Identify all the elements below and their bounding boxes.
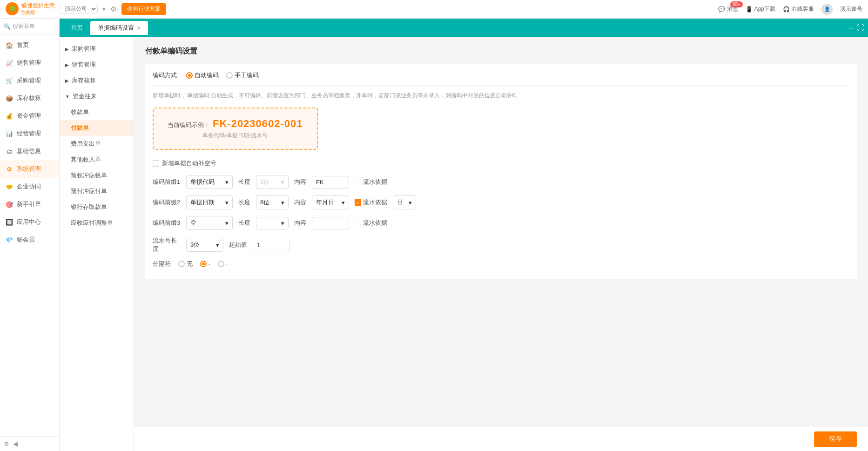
liushui-unit-2-value: 日 [397, 198, 403, 207]
tab-close-icon[interactable]: × [137, 24, 141, 32]
liushui-label-1: 流水依据 [363, 178, 387, 186]
sidebar-item-finance[interactable]: 💰 资金管理 [0, 107, 59, 125]
sub-item-feiyong[interactable]: 费用支出单 [60, 136, 134, 152]
sidebar-bottom: ⚙ ◀ [0, 436, 59, 451]
sidebar-item-member[interactable]: 💎 畅会员 [0, 231, 59, 249]
sidebar-item-guide[interactable]: 🎯 新手引导 [0, 195, 59, 213]
online-service-btn[interactable]: 🎧 在线客服 [783, 5, 814, 13]
sub-item-yuchong-ying[interactable]: 预收冲应收单 [60, 168, 134, 183]
sub-item-qita[interactable]: 其他收入单 [60, 152, 134, 168]
prefix-select-3[interactable]: 空 ▾ [186, 216, 233, 230]
sub-item-shoukuan[interactable]: 收款单 [60, 104, 134, 120]
encoding-type-row: 编码方式 自动编码 手工编码 [153, 71, 849, 86]
encoding-type-label: 编码方式 [153, 71, 177, 80]
length-select-2-value: 8位 [260, 198, 269, 207]
sub-item-yinhang-label: 银行存取款单 [71, 203, 107, 210]
code-preview-label: 当前编码示例： [168, 121, 210, 129]
sidebar-item-system[interactable]: ⚙ 系统管理 [0, 160, 59, 178]
prefix-select-2[interactable]: 单据日期 ▾ [186, 195, 233, 209]
sidebar-search[interactable]: 🔍 搜索菜单 [0, 19, 59, 34]
auto-fill-row: 新增单据自动补空号 [153, 159, 849, 168]
sep-hyphen-option[interactable]: · [218, 261, 228, 268]
top-bar-left: 🍀 畅捷通好生意 旗舰版 演示公司 ▾ ⚙ 体验行业方案 [6, 2, 166, 15]
system-icon: ⚙ [6, 165, 13, 173]
sidebar-label-operation: 经营管理 [17, 129, 41, 138]
settings-bottom-icon[interactable]: ⚙ [4, 440, 9, 447]
industry-btn[interactable]: 体验行业方案 [121, 3, 166, 15]
dropdown-icon[interactable]: ▾ [102, 6, 106, 13]
finance-icon: 💰 [6, 112, 13, 120]
tab-encoding[interactable]: 单据编码设置 × [90, 21, 148, 35]
sub-item-yinhang[interactable]: 银行存取款单 [60, 199, 134, 215]
sidebar-item-apps[interactable]: 🔲 应用中心 [0, 213, 59, 231]
length-select-1-arrow: ▾ [281, 179, 284, 186]
manual-encoding-option[interactable]: 手工编码 [226, 71, 259, 80]
group-inventory-header[interactable]: ▶ 库存核算 [60, 73, 134, 88]
content-label-3: 内容 [294, 219, 306, 227]
group-purchase-header[interactable]: ▶ 采购管理 [60, 41, 134, 57]
tab-bar-actions: – ⛶ [849, 24, 864, 32]
liushui-checkbox-3[interactable] [355, 220, 361, 226]
group-sales-header[interactable]: ▶ 销售管理 [60, 57, 134, 73]
logo: 🍀 畅捷通好生意 旗舰版 [6, 2, 55, 15]
user-name: 演示账号 [840, 5, 862, 13]
settings-icon[interactable]: ⚙ [110, 5, 117, 13]
sub-sidebar: ▶ 采购管理 ▶ 销售管理 ▶ 库存核算 [60, 37, 134, 451]
sub-item-yingshou-label: 应收应付调整单 [71, 219, 113, 226]
group-inventory: ▶ 库存核算 [60, 73, 134, 88]
prefix-select-2-arrow: ▾ [225, 199, 229, 206]
length-label-3: 长度 [238, 219, 250, 227]
auto-encoding-option[interactable]: 自动编码 [186, 71, 219, 80]
company-select[interactable]: 演示公司 [60, 4, 98, 14]
prefix-select-1[interactable]: 单据代码 ▾ [186, 175, 233, 189]
length-select-1[interactable]: 2位 ▾ [256, 175, 289, 189]
maximize-icon[interactable]: ⛶ [857, 24, 864, 32]
liushui-check-3: 流水依据 [355, 219, 387, 227]
sep-dot-option[interactable]: · [200, 261, 210, 268]
tab-home[interactable]: 首页 [63, 21, 90, 35]
sub-item-yingshou[interactable]: 应收应付调整单 [60, 215, 134, 231]
liushui-unit-select-2[interactable]: 日 ▾ [393, 195, 416, 209]
message-btn[interactable]: 💬 消息 99+ [718, 5, 738, 13]
sidebar-item-sales[interactable]: 📈 销售管理 [0, 54, 59, 72]
sidebar-item-partner[interactable]: 🤝 企业协同 [0, 178, 59, 195]
sidebar-label-home: 首页 [17, 41, 29, 49]
sidebar-item-home[interactable]: 🏠 首页 [0, 36, 59, 54]
minimize-icon[interactable]: – [849, 24, 853, 32]
content-input-1[interactable] [312, 176, 349, 188]
content-select-2[interactable]: 年月日 ▾ [312, 195, 349, 209]
app-download-btn[interactable]: 📱 App下载 [746, 5, 775, 13]
sub-item-fukuan[interactable]: 付款单 [60, 120, 134, 136]
sidebar-item-inventory[interactable]: 📦 库存核算 [0, 89, 59, 107]
length-select-3[interactable]: ▾ [256, 217, 289, 229]
prefix-select-1-arrow: ▾ [225, 179, 229, 186]
manual-radio-circle [226, 72, 233, 79]
code-preview-value: FK-20230602-001 [213, 118, 303, 130]
sub-item-yuchong-fu[interactable]: 预付冲应付单 [60, 183, 134, 199]
liushui-checkbox-1[interactable] [355, 179, 361, 185]
collapse-icon[interactable]: ◀ [13, 440, 18, 447]
serial-length-select[interactable]: 3位 ▾ [186, 238, 223, 252]
length-select-1-value: 2位 [260, 178, 269, 186]
prefix-label-3: 编码前缀3 [153, 219, 181, 227]
group-capital-header[interactable]: ▼ 资金往来 [60, 88, 134, 104]
user-avatar[interactable]: 👤 [821, 4, 833, 15]
group-sales-label: 销售管理 [72, 61, 96, 69]
save-button[interactable]: 保存 [814, 431, 857, 447]
chevron-down-icon: ▼ [65, 94, 70, 99]
sidebar-item-basic[interactable]: 🗂 基础信息 [0, 142, 59, 160]
tab-bar: 首页 单据编码设置 × – ⛶ [60, 19, 868, 37]
chevron-right-icon3: ▶ [65, 78, 69, 83]
sep-dot-label: · [209, 261, 210, 268]
start-value-input[interactable] [253, 239, 290, 251]
separator-row: 分隔符 无 · [153, 260, 849, 268]
auto-fill-checkbox[interactable] [153, 160, 159, 167]
length-select-2[interactable]: 8位 ▾ [256, 195, 289, 209]
liushui-checkbox-2[interactable]: ✓ [355, 199, 361, 206]
top-bar: 🍀 畅捷通好生意 旗舰版 演示公司 ▾ ⚙ 体验行业方案 💬 消息 99+ 📱 … [0, 0, 868, 19]
sep-none-option[interactable]: 无 [178, 260, 193, 268]
page-title: 付款单编码设置 [145, 47, 857, 56]
sidebar-item-operation[interactable]: 📊 经营管理 [0, 125, 59, 142]
content-input-3[interactable] [312, 217, 349, 229]
sidebar-item-purchase[interactable]: 🛒 采购管理 [0, 72, 59, 89]
